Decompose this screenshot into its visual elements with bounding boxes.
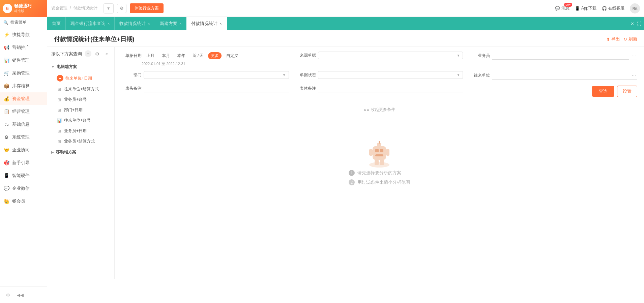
tab-payment-stats-label: 付款情况统计 xyxy=(191,21,217,27)
sidebar-item-sales[interactable]: 📊 销售管理 xyxy=(0,54,47,67)
guide-icon: 🎯 xyxy=(3,160,9,166)
empty-state: 1 请先选择要分析的方案 2 用过滤条件来缩小分析范围 xyxy=(115,116,644,206)
tab-home-label: 首页 xyxy=(52,21,61,27)
topbar-settings-btn[interactable]: ⚙ xyxy=(117,4,126,13)
tab-bank-flow[interactable]: 现金银行流水查询 × xyxy=(66,17,115,30)
query-area: 查询 设置 xyxy=(470,84,637,97)
scheme-item-staff-date[interactable]: ⊞ 业务员+日期 xyxy=(47,126,114,136)
tab-receipt-stats[interactable]: 收款情况统计 × xyxy=(115,17,155,30)
smart-hw-icon: 📱 xyxy=(3,173,9,179)
table-icon: ⊞ xyxy=(57,139,62,144)
messages-group[interactable]: 💬 消息 99+ xyxy=(555,5,569,11)
sidebar-item-guide[interactable]: 🎯 新手引导 xyxy=(0,156,47,169)
export-btn[interactable]: ⬆ 导出 xyxy=(606,36,620,42)
date-btn-last-month[interactable]: 上月 xyxy=(144,52,157,60)
dept-select[interactable]: ▼ xyxy=(144,71,289,79)
filter-item-doc-status: 单据状态 ▼ xyxy=(296,71,463,80)
scheme-item-partner-settle[interactable]: ⊞ 往来单位+结算方式 xyxy=(47,84,114,94)
date-btn-this-year[interactable]: 本年 xyxy=(175,52,188,60)
app-download-group[interactable]: 📱 App下载 xyxy=(575,5,596,11)
tab-payment-stats-close[interactable]: × xyxy=(219,22,222,26)
filter-item-date: 单据日期 上月 本月 本年 近7天 更多 自定义 2022-01-01 至 20… xyxy=(121,52,289,66)
tab-home[interactable]: 首页 xyxy=(47,17,66,30)
sidebar-item-wechat[interactable]: 💬 企业微信 xyxy=(0,182,47,195)
scheme-header-actions: + ⚙ « xyxy=(85,50,110,58)
svg-rect-7 xyxy=(369,149,373,156)
query-btn[interactable]: 查询 xyxy=(592,86,614,97)
sidebar-item-purchase[interactable]: 🛒 采购管理 xyxy=(0,67,47,80)
date-btn-custom[interactable]: 自定义 xyxy=(224,52,241,60)
scheme-item-label: 部门+日期 xyxy=(64,107,83,113)
scheme-settings-icon[interactable]: ⚙ xyxy=(93,50,101,58)
sidebar-item-label: 企业协同 xyxy=(12,147,30,153)
sidebar-item-capital[interactable]: 💰 资金管理 xyxy=(0,92,47,105)
sidebar-item-quick-nav[interactable]: ⚡ 快捷导航 xyxy=(0,28,47,41)
date-range-display: 2022-01-01 至 2022-12-31 xyxy=(142,61,289,66)
scheme-item-staff-settle[interactable]: ⊞ 业务员+结算方式 xyxy=(47,136,114,147)
table-icon: ⊞ xyxy=(57,128,62,134)
sidebar-item-system[interactable]: ⚙ 系统管理 xyxy=(0,131,47,144)
table-body-note-input[interactable] xyxy=(318,84,463,92)
tab-bank-flow-label: 现金银行流水查询 xyxy=(70,21,106,27)
hint-num-2: 2 xyxy=(349,179,355,185)
partner-more-icon[interactable]: ··· xyxy=(631,71,637,79)
date-btn-this-month[interactable]: 本月 xyxy=(159,52,173,60)
sidebar-item-label: 智能硬件 xyxy=(12,173,30,179)
scheme-section-mobile-header[interactable]: ▶ 移动端方案 xyxy=(47,147,114,158)
scheme-item-partner-account[interactable]: 📊 往来单位+账号 xyxy=(47,115,114,126)
sidebar-item-member[interactable]: 👑 畅会员 xyxy=(0,195,47,208)
tab-expand-icon[interactable]: ⛶ xyxy=(637,21,641,26)
messages-badge: 99+ xyxy=(564,3,572,7)
date-btn-more[interactable]: 更多 xyxy=(208,52,222,59)
scheme-item-dept-date[interactable]: ⊞ 部门+日期 xyxy=(47,105,114,115)
quick-nav-icon: ⚡ xyxy=(3,32,9,38)
partner-input[interactable] xyxy=(492,71,629,79)
table-header-note-input[interactable] xyxy=(144,84,289,92)
tab-bank-flow-close[interactable]: × xyxy=(108,22,110,26)
sidebar-collapse-btn[interactable]: ◀◀ xyxy=(16,290,25,300)
staff-input[interactable] xyxy=(492,52,629,60)
filter-row-3: 表头备注 表体备注 xyxy=(115,80,644,97)
tab-new-scheme-close[interactable]: × xyxy=(179,22,181,26)
sidebar-item-label: 采购管理 xyxy=(12,70,30,76)
sidebar-search[interactable]: 🔍 搜索菜单 xyxy=(0,17,47,28)
tab-receipt-stats-close[interactable]: × xyxy=(148,22,150,26)
tab-payment-stats[interactable]: 付款情况统计 × xyxy=(186,17,227,30)
collapse-more-btn[interactable]: ∧∧ 收起更多条件 xyxy=(363,107,395,113)
sidebar-item-basic-info[interactable]: 🗂 基础信息 xyxy=(0,118,47,131)
topbar-dropdown-btn[interactable]: ▼ xyxy=(104,3,114,13)
sidebar-item-label: 快捷导航 xyxy=(12,32,30,38)
sidebar-settings-btn[interactable]: ⚙ xyxy=(3,290,13,300)
scheme-item-partner-date[interactable]: ● 往来单位+日期 xyxy=(47,72,114,84)
sidebar-item-enterprise[interactable]: 🤝 企业协同 xyxy=(0,144,47,156)
refresh-btn[interactable]: ↻ 刷新 xyxy=(623,36,637,42)
tab-new-scheme[interactable]: 新建方案 × xyxy=(155,17,186,30)
sidebar-item-marketing[interactable]: 📢 营销推广 xyxy=(0,41,47,54)
member-icon: 👑 xyxy=(3,198,9,204)
date-label: 单据日期 xyxy=(121,53,142,59)
doc-status-select[interactable]: ▼ xyxy=(318,71,463,79)
date-btn-7days[interactable]: 近7天 xyxy=(190,52,206,60)
sidebar-item-inventory[interactable]: 📦 库存核算 xyxy=(0,80,47,92)
online-service-group[interactable]: 🎧 在线客服 xyxy=(602,5,624,11)
svg-rect-6 xyxy=(379,141,380,144)
user-avatar[interactable]: Rit xyxy=(630,3,640,13)
active-dot-icon: ● xyxy=(57,75,63,82)
filter-item-table-header-note: 表头备注 xyxy=(121,84,289,97)
sidebar-item-operation[interactable]: 📋 经营管理 xyxy=(0,105,47,118)
desktop-section-title: 电脑端方案 xyxy=(57,64,77,70)
filter-settings-btn[interactable]: 设置 xyxy=(617,86,637,97)
scheme-section-desktop-header[interactable]: ▼ 电脑端方案 xyxy=(47,61,114,72)
sidebar-item-smart-hw[interactable]: 📱 智能硬件 xyxy=(0,169,47,182)
tab-close-all-icon[interactable]: ✕ xyxy=(631,21,634,26)
scheme-item-staff-account[interactable]: ⊞ 业务员+账号 xyxy=(47,94,114,105)
scheme-add-btn[interactable]: + xyxy=(85,50,91,57)
scheme-collapse-btn[interactable]: « xyxy=(103,50,110,58)
staff-more-icon[interactable]: ··· xyxy=(631,52,637,60)
trial-btn[interactable]: 体验行业方案 xyxy=(130,3,164,13)
export-icon: ⬆ xyxy=(606,37,610,42)
source-select[interactable]: ▼ xyxy=(318,52,463,59)
scheme-item-label: 业务员+结算方式 xyxy=(64,139,95,144)
refresh-label: 刷新 xyxy=(628,36,637,42)
filter-row-1: 单据日期 上月 本月 本年 近7天 更多 自定义 2022-01-01 至 20… xyxy=(115,47,644,66)
